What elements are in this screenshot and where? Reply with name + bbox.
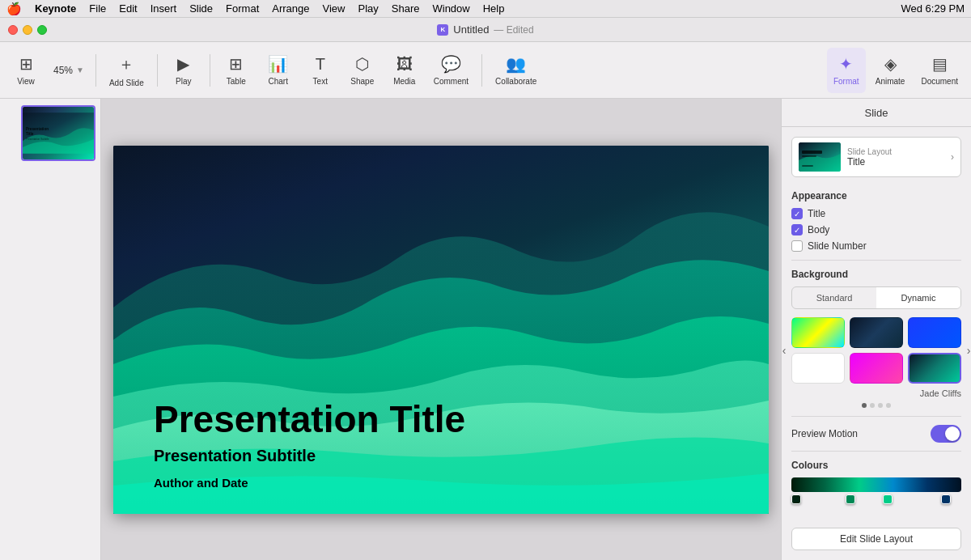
svg-text:Presentation Subtitle: Presentation Subtitle bbox=[26, 138, 49, 141]
document-icon: ▤ bbox=[932, 54, 948, 74]
collaborate-button[interactable]: 👥 Collaborate bbox=[489, 48, 543, 93]
panel-title: Slide bbox=[865, 107, 888, 119]
slide-content: Presentation Title Presentation Subtitle bbox=[113, 146, 769, 514]
keynote-icon: K bbox=[437, 24, 448, 36]
title-checkbox[interactable]: ✓ bbox=[791, 208, 803, 219]
menu-format[interactable]: Format bbox=[226, 2, 259, 15]
format-tab-button[interactable]: ✦ Format bbox=[827, 48, 866, 93]
chart-button[interactable]: 📊 Chart bbox=[259, 48, 298, 93]
toolbar-separator-1 bbox=[95, 54, 96, 87]
title-checkbox-label: Title bbox=[808, 208, 825, 219]
appearance-header: Appearance bbox=[791, 190, 961, 202]
maximize-button[interactable] bbox=[37, 25, 47, 35]
slide-number-checkbox-row[interactable]: Slide Number bbox=[791, 240, 961, 252]
animate-label: Animate bbox=[876, 77, 905, 86]
edit-layout-button[interactable]: Edit Slide Layout bbox=[791, 528, 961, 550]
gradient-bar[interactable] bbox=[791, 477, 961, 492]
dot-3 bbox=[878, 403, 883, 408]
menu-play[interactable]: Play bbox=[358, 2, 378, 15]
slide-number-checkbox[interactable] bbox=[791, 240, 803, 252]
document-title[interactable]: Untitled bbox=[453, 23, 489, 36]
menu-share[interactable]: Share bbox=[392, 2, 420, 15]
menu-insert[interactable]: Insert bbox=[151, 2, 177, 15]
layout-selector[interactable]: Slide Layout Title › bbox=[791, 137, 961, 177]
view-label: View bbox=[17, 77, 35, 86]
color-swatch-dark-blue[interactable] bbox=[850, 317, 903, 348]
layout-thumbnail bbox=[799, 142, 841, 172]
color-swatch-white[interactable] bbox=[791, 353, 845, 384]
dot-1 bbox=[862, 403, 867, 408]
svg-rect-5 bbox=[802, 151, 822, 154]
colours-header: Colours bbox=[791, 460, 961, 471]
menu-edit[interactable]: Edit bbox=[119, 2, 137, 15]
menu-time: Wed 6:29 PM bbox=[901, 2, 965, 15]
color-swatch-blue[interactable] bbox=[908, 317, 961, 348]
color-swatch-green-yellow[interactable] bbox=[791, 317, 845, 348]
minimize-button[interactable] bbox=[23, 25, 32, 35]
preview-motion-label: Preview Motion bbox=[791, 428, 858, 439]
svg-rect-7 bbox=[802, 165, 813, 167]
dynamic-toggle-btn[interactable]: Dynamic bbox=[876, 287, 960, 308]
slide-subtitle[interactable]: Presentation Subtitle bbox=[154, 447, 728, 465]
carousel-prev-button[interactable]: ‹ bbox=[782, 343, 791, 358]
table-label: Table bbox=[227, 77, 246, 86]
media-button[interactable]: 🖼 Media bbox=[385, 48, 424, 93]
carousel-next-button[interactable]: › bbox=[961, 343, 971, 358]
right-panel: Slide bbox=[781, 99, 971, 560]
slide-title[interactable]: Presentation Title bbox=[154, 399, 728, 440]
shape-button[interactable]: ⬡ Shape bbox=[343, 48, 382, 93]
body-checkbox[interactable]: ✓ bbox=[791, 224, 803, 235]
view-button[interactable]: ⊞ View bbox=[6, 48, 45, 93]
window-title: K Untitled — Edited bbox=[437, 23, 533, 36]
toolbar-separator-4 bbox=[481, 54, 482, 87]
shape-label: Shape bbox=[350, 77, 374, 86]
document-label: Document bbox=[921, 77, 958, 86]
zoom-control[interactable]: 45% ▼ bbox=[49, 48, 89, 93]
color-swatch-jade-cliffs[interactable] bbox=[908, 353, 961, 384]
slide-canvas[interactable]: Presentation Title Presentation Subtitle… bbox=[113, 146, 769, 514]
comment-button[interactable]: 💬 Comment bbox=[427, 48, 475, 93]
menu-slide[interactable]: Slide bbox=[189, 2, 213, 15]
gradient-stop-3[interactable] bbox=[883, 494, 893, 504]
divider-2 bbox=[791, 416, 961, 417]
layout-category: Slide Layout bbox=[847, 147, 951, 156]
slide-author[interactable]: Author and Date bbox=[154, 476, 248, 490]
color-swatch-pink[interactable] bbox=[850, 353, 903, 384]
gradient-stop-4[interactable] bbox=[941, 494, 951, 504]
app-name[interactable]: Keynote bbox=[35, 2, 76, 15]
format-label: Format bbox=[833, 77, 859, 86]
title-bar: K Untitled — Edited bbox=[0, 18, 971, 42]
menu-window[interactable]: Window bbox=[432, 2, 469, 15]
slide-thumbnail[interactable]: Presentation Title Presentation Subtitle bbox=[21, 105, 95, 161]
gradient-stop-1[interactable] bbox=[791, 494, 801, 504]
canvas-area[interactable]: Presentation Title Presentation Subtitle… bbox=[101, 99, 781, 560]
divider-3 bbox=[791, 451, 961, 452]
close-button[interactable] bbox=[8, 25, 18, 35]
slide-number-label: Slide Number bbox=[808, 240, 867, 252]
document-tab-button[interactable]: ▤ Document bbox=[914, 48, 965, 93]
preview-motion-toggle[interactable] bbox=[931, 425, 961, 443]
add-slide-icon: ＋ bbox=[118, 53, 134, 75]
play-button[interactable]: ▶ Play bbox=[164, 48, 203, 93]
menu-file[interactable]: File bbox=[89, 2, 106, 15]
menu-view[interactable]: View bbox=[323, 2, 346, 15]
apple-menu[interactable]: 🍎 bbox=[6, 2, 22, 16]
toolbar: ⊞ View 45% ▼ ＋ Add Slide ▶ Play ⊞ Table … bbox=[0, 42, 971, 99]
menu-arrange[interactable]: Arrange bbox=[272, 2, 309, 15]
traffic-lights bbox=[8, 25, 47, 35]
toggle-knob bbox=[945, 426, 960, 441]
standard-toggle-btn[interactable]: Standard bbox=[792, 287, 876, 308]
main-area: 1 bbox=[0, 99, 971, 560]
text-button[interactable]: T Text bbox=[301, 48, 340, 93]
menu-help[interactable]: Help bbox=[483, 2, 505, 15]
table-button[interactable]: ⊞ Table bbox=[217, 48, 256, 93]
color-swatches-carousel: ‹ › bbox=[791, 317, 961, 384]
animate-tab-button[interactable]: ◈ Animate bbox=[869, 48, 912, 93]
gradient-stop-2[interactable] bbox=[846, 494, 855, 504]
toolbar-separator-2 bbox=[157, 54, 158, 87]
svg-rect-6 bbox=[802, 155, 816, 157]
add-slide-button[interactable]: ＋ Add Slide bbox=[103, 48, 151, 93]
body-checkbox-row[interactable]: ✓ Body bbox=[791, 224, 961, 235]
layout-name: Title bbox=[847, 156, 951, 168]
title-checkbox-row[interactable]: ✓ Title bbox=[791, 208, 961, 219]
